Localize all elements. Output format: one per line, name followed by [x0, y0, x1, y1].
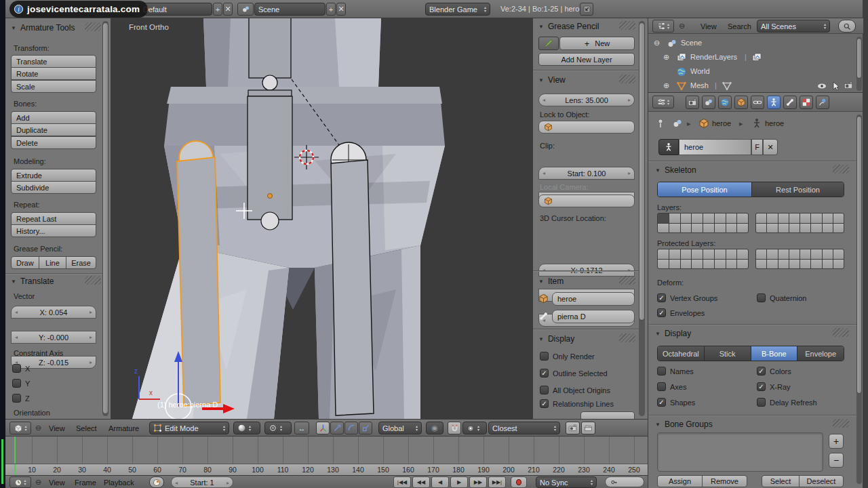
armature-layers-grid-2[interactable]: [755, 213, 844, 233]
bone-group-add-button[interactable]: +: [829, 434, 844, 449]
sync-mode-selector[interactable]: No Sync ▴▾: [536, 476, 597, 488]
layer-toggle[interactable]: [823, 249, 833, 259]
manipulator-translate-toggle[interactable]: [316, 422, 330, 434]
clipped-widget[interactable]: [580, 411, 635, 419]
opengl-render-button[interactable]: [566, 422, 580, 434]
add-bone-button[interactable]: Add: [11, 111, 96, 124]
time-indicator-button[interactable]: [149, 476, 164, 488]
outliner-row-renderlayers[interactable]: ⊕ RenderLayers |: [648, 51, 852, 64]
mesh-data-icon[interactable]: [722, 81, 732, 92]
tab-scene[interactable]: [702, 96, 715, 109]
delay-refresh-checkbox[interactable]: [757, 398, 766, 407]
layer-toggle[interactable]: [726, 224, 737, 233]
renderability-camera-icon[interactable]: [844, 81, 853, 90]
axes-checkbox[interactable]: [657, 382, 666, 391]
frame-start-field[interactable]: ◂Start: 1▸: [171, 476, 233, 488]
vector-x-field[interactable]: ◂X: 0.054▸: [11, 306, 96, 319]
transport-button-5[interactable]: ▶▶|: [488, 476, 506, 488]
panel-grease-pencil[interactable]: Grease Pencil: [538, 22, 599, 31]
collapse-menus-icon[interactable]: ⊖: [35, 478, 41, 487]
subdivide-button[interactable]: Subdivide: [11, 181, 96, 194]
layer-toggle[interactable]: [703, 260, 714, 269]
layer-toggle[interactable]: [823, 224, 833, 233]
tab-object[interactable]: [734, 96, 748, 109]
layer-toggle[interactable]: [767, 260, 777, 269]
snap-element-selector[interactable]: ▴▾: [462, 422, 487, 434]
shapes-checkbox[interactable]: [657, 398, 666, 407]
tab-texture[interactable]: [800, 96, 813, 109]
bbone-button[interactable]: B-Bone: [751, 346, 798, 361]
editor-type-selector[interactable]: ▴▾: [9, 422, 31, 434]
delete-layout-button[interactable]: ✕: [223, 3, 233, 16]
breadcrumb-object-label[interactable]: heroe: [712, 119, 731, 127]
tab-constraints[interactable]: [751, 96, 764, 109]
delete-bone-button[interactable]: Delete: [11, 136, 96, 149]
layer-toggle[interactable]: [658, 260, 669, 269]
stick-button[interactable]: Stick: [705, 346, 751, 361]
layer-toggle[interactable]: [756, 224, 766, 233]
outliner-row-world[interactable]: World: [648, 65, 852, 79]
layer-toggle[interactable]: [692, 249, 703, 259]
timeline-ruler[interactable]: 1020304050607080901001101201301401501601…: [5, 464, 648, 475]
layer-toggle[interactable]: [669, 214, 680, 223]
local-camera-field[interactable]: [538, 195, 635, 207]
panel-display-properties[interactable]: Display: [655, 329, 691, 338]
gp-new-button[interactable]: +New: [559, 37, 635, 50]
envelope-button[interactable]: Envelope: [797, 346, 844, 361]
window-duplicate-button[interactable]: [580, 3, 593, 16]
layer-toggle[interactable]: [669, 224, 680, 233]
clip-start-field[interactable]: ◂Start: 0.100▸: [538, 167, 635, 180]
layer-toggle[interactable]: [811, 224, 821, 233]
panel-drag-hatch[interactable]: [833, 419, 849, 428]
item-bone-name-field[interactable]: pierna D: [552, 310, 635, 323]
record-button[interactable]: [511, 476, 527, 488]
outliner-editor-selector[interactable]: ▴▾: [652, 20, 674, 33]
add-new-layer-button[interactable]: Add New Layer: [538, 53, 635, 66]
layer-toggle[interactable]: [800, 214, 810, 223]
panel-drag-hatch[interactable]: [833, 165, 849, 174]
layer-toggle[interactable]: [800, 249, 810, 259]
pin-icon[interactable]: [655, 118, 666, 129]
layer-toggle[interactable]: [789, 260, 800, 269]
manipulator-scale-toggle[interactable]: [359, 422, 372, 434]
layer-toggle[interactable]: [778, 224, 789, 233]
manipulator-arc-toggle[interactable]: [344, 422, 358, 434]
expand-icon[interactable]: ⊕: [663, 81, 669, 90]
screen-layout-selector[interactable]: Default: [139, 3, 212, 16]
npanel-scrollbar-handle[interactable]: [639, 22, 645, 321]
repeat-last-button[interactable]: Repeat Last: [11, 212, 96, 225]
transport-button-1[interactable]: ◀◀: [412, 476, 430, 488]
envelopes-checkbox[interactable]: [657, 308, 666, 317]
colors-checkbox[interactable]: [757, 367, 766, 375]
current-frame-line[interactable]: [14, 436, 16, 464]
unlink-button[interactable]: ✕: [763, 139, 778, 155]
layer-toggle[interactable]: [767, 249, 777, 259]
layer-toggle[interactable]: [833, 260, 844, 269]
item-object-name-field[interactable]: heroe: [552, 292, 635, 306]
deselect-button[interactable]: Deselect: [799, 475, 844, 487]
panel-item[interactable]: Item: [538, 277, 564, 286]
layer-toggle[interactable]: [703, 214, 714, 223]
transport-button-2[interactable]: ◀: [431, 476, 449, 488]
selected-leg-bone[interactable]: [177, 141, 220, 406]
layer-toggle[interactable]: [737, 214, 748, 223]
breadcrumb-scene-icon[interactable]: [672, 118, 683, 129]
manipulator-toggle-button[interactable]: ↔: [294, 422, 309, 434]
timeline-menu-playback[interactable]: Playback: [104, 479, 134, 487]
outliner-item-label[interactable]: Mesh: [690, 81, 709, 89]
layer-toggle[interactable]: [811, 214, 821, 223]
lens-field[interactable]: ◂Lens: 35.000▸: [538, 94, 635, 106]
protected-layers-grid-2[interactable]: [755, 249, 844, 269]
scene-selector[interactable]: Scene: [254, 3, 326, 16]
outliner-row-mesh[interactable]: ⊕ Mesh |: [648, 79, 852, 93]
constraint-z-checkbox[interactable]: [12, 394, 21, 403]
transport-button-0[interactable]: |◀◀: [393, 476, 411, 488]
layer-toggle[interactable]: [737, 224, 748, 233]
extrude-button[interactable]: Extrude: [11, 169, 96, 182]
layer-toggle[interactable]: [778, 249, 789, 259]
layer-toggle[interactable]: [737, 260, 748, 269]
breadcrumb-data-label[interactable]: heroe: [765, 119, 784, 127]
layer-toggle[interactable]: [811, 249, 821, 259]
vector-y-field[interactable]: ◂Y: -0.000▸: [11, 331, 96, 344]
constraint-x-checkbox[interactable]: [12, 364, 21, 373]
